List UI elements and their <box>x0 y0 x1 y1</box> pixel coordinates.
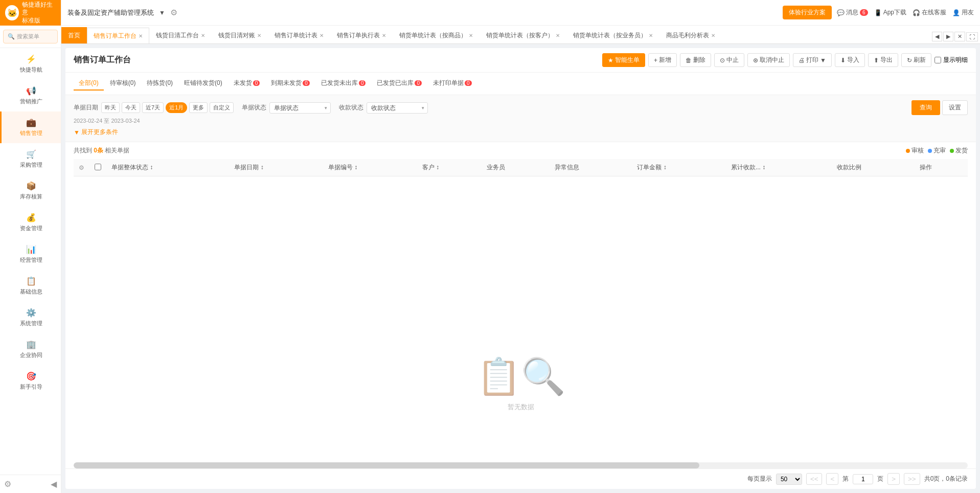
filter-tab-pending-review[interactable]: 待审核(0) <box>105 77 141 91</box>
refresh-button[interactable]: ↻ 刷新 <box>901 53 931 67</box>
filter-tab-all[interactable]: 全部(0) <box>74 77 104 91</box>
date-month-btn[interactable]: 近1月 <box>166 102 187 113</box>
page-number-input[interactable] <box>853 474 873 484</box>
last-page-button[interactable]: >> <box>904 473 920 485</box>
tab-close-sales-stats-product[interactable]: ✕ <box>469 33 473 38</box>
cancel-review-dot <box>928 149 932 153</box>
sidebar-item-system[interactable]: ⚙️ 系统管理 <box>0 302 61 333</box>
date-custom-btn[interactable]: 自定义 <box>210 102 234 113</box>
status-select[interactable]: 单据状态 <box>269 102 331 114</box>
stop-button[interactable]: ⊙ 中止 <box>714 53 744 67</box>
user-action[interactable]: 👤 用友 <box>952 8 974 17</box>
date-more-btn[interactable]: 更多 <box>189 102 208 113</box>
tab-sales-order-stats[interactable]: 销售订单统计表 ✕ <box>268 27 330 43</box>
tab-close-cash-reconcile[interactable]: ✕ <box>257 33 261 38</box>
tab-close-sales-order-workbench[interactable]: ✕ <box>139 33 143 39</box>
tab-sales-stats-customer[interactable]: 销货单统计表（按客户） ✕ <box>480 27 566 43</box>
smart-gen-button[interactable]: ★ 智能生单 <box>602 53 645 67</box>
add-button[interactable]: + 新增 <box>648 53 677 67</box>
filter-tab-wangpu[interactable]: 旺铺待发货(0) <box>179 77 227 91</box>
filter-tab-pending-pickup[interactable]: 待拣货(0) <box>142 77 178 91</box>
collapse-sidebar-icon[interactable]: ◀ <box>51 479 57 489</box>
set-button[interactable]: 设置 <box>942 100 968 115</box>
sidebar-item-finance[interactable]: 💰 资金管理 <box>0 207 61 238</box>
import-button[interactable]: ⬇ 导入 <box>835 53 865 67</box>
cancel-stop-button[interactable]: ⊛ 取消中止 <box>747 53 790 67</box>
sidebar-item-operations[interactable]: 📊 经营管理 <box>0 238 61 270</box>
sidebar-item-purchase[interactable]: 🛒 采购管理 <box>0 143 61 175</box>
scrollbar-thumb[interactable] <box>74 462 699 468</box>
date-yesterday-btn[interactable]: 昨天 <box>101 102 120 113</box>
tabs-next-button[interactable]: ▶ <box>943 32 953 41</box>
filter-tab-shipped-out[interactable]: 已发货已出库0 <box>372 77 427 91</box>
sidebar-item-guide[interactable]: 🎯 新手引导 <box>0 365 61 397</box>
sales-icon: 💼 <box>26 118 36 127</box>
online-service-action[interactable]: 🎧 在线客服 <box>913 8 946 17</box>
tab-home[interactable]: 首页 <box>61 27 87 43</box>
tab-profit-analysis[interactable]: 商品毛利分析表 ✕ <box>659 27 722 43</box>
status-field: 单据状态 单据状态 <box>242 102 331 114</box>
export-button[interactable]: ⬆ 导出 <box>868 53 898 67</box>
col-settings[interactable]: ⚙ <box>74 159 89 176</box>
filter-tab-overdue[interactable]: 到期未发货0 <box>266 77 315 91</box>
settings-gear-icon[interactable]: ⚙ <box>170 8 177 17</box>
delete-button[interactable]: 🗑 删除 <box>680 53 711 67</box>
filter-tab-not-shipped[interactable]: 未发货0 <box>229 77 265 91</box>
col-collected[interactable]: 累计收款... ↕ <box>726 159 832 176</box>
table-scroll-container[interactable]: ⚙ 单据整体状态 ↕ 单据日期 ↕ <box>74 159 968 309</box>
tab-close-cash-daily[interactable]: ✕ <box>201 33 205 38</box>
tab-close-sales-order-exec[interactable]: ✕ <box>382 33 386 38</box>
tab-sales-stats-product[interactable]: 销货单统计表（按商品） ✕ <box>393 27 480 43</box>
tab-close-sales-order-stats[interactable]: ✕ <box>320 33 324 38</box>
cancel-review-meta-action[interactable]: 充审 <box>928 146 946 155</box>
expand-more-button[interactable]: ▼ 展开更多条件 <box>74 128 968 137</box>
filter-tab-not-printed[interactable]: 未打印单据0 <box>428 77 477 91</box>
ship-meta-action[interactable]: 发货 <box>950 146 968 155</box>
industry-solution-button[interactable]: 体验行业方案 <box>783 6 832 19</box>
print-button[interactable]: 🖨 打印 ▼ <box>793 53 832 67</box>
query-button[interactable]: 查询 <box>911 100 940 115</box>
tabs-close-all-button[interactable]: ✕ <box>954 32 965 41</box>
next-page-button[interactable]: > <box>887 473 900 485</box>
show-detail-label[interactable]: 显示明细 <box>935 56 968 64</box>
sidebar-item-sales[interactable]: 💼 销售管理 <box>0 111 61 143</box>
message-action[interactable]: 💬 消息 6 <box>837 8 868 17</box>
refresh-icon: ↻ <box>907 57 912 64</box>
horizontal-scrollbar[interactable] <box>74 462 968 468</box>
system-dropdown[interactable]: ▼ <box>159 9 165 16</box>
app-download-action[interactable]: 📱 App下载 <box>874 8 906 17</box>
per-page-select[interactable]: 50 10 20 100 <box>776 474 802 485</box>
tab-sales-stats-staff[interactable]: 销货单统计表（按业务员） ✕ <box>566 27 659 43</box>
tab-sales-order-workbench[interactable]: 销售订单工作台 ✕ <box>87 28 149 44</box>
col-status[interactable]: 单据整体状态 ↕ <box>106 159 229 176</box>
sidebar-item-marketing[interactable]: 📢 营销推广 <box>0 80 61 111</box>
first-page-button[interactable]: << <box>806 473 823 485</box>
tabs-prev-button[interactable]: ◀ <box>932 32 942 41</box>
date-7days-btn[interactable]: 近7天 <box>142 102 164 113</box>
prev-page-button[interactable]: < <box>826 473 838 485</box>
tab-cash-reconcile[interactable]: 钱货日清对账 ✕ <box>212 27 268 43</box>
tab-cash-daily[interactable]: 钱货日清工作台 ✕ <box>149 27 212 43</box>
review-meta-action[interactable]: 审核 <box>906 146 924 155</box>
sidebar-item-enterprise[interactable]: 🏢 企业协同 <box>0 333 61 365</box>
search-menu-button[interactable]: 🔍 搜索菜单 <box>3 30 58 43</box>
tab-close-sales-stats-customer[interactable]: ✕ <box>556 33 560 38</box>
show-detail-checkbox[interactable] <box>935 57 941 63</box>
col-customer[interactable]: 客户 ↕ <box>417 159 482 176</box>
tab-close-sales-stats-staff[interactable]: ✕ <box>649 33 653 38</box>
tab-close-profit-analysis[interactable]: ✕ <box>711 33 715 38</box>
payment-select[interactable]: 收款状态 <box>367 102 428 114</box>
col-amount[interactable]: 订单金额 ↕ <box>632 159 726 176</box>
tabs-maximize-button[interactable]: ⛶ <box>966 32 978 41</box>
date-today-btn[interactable]: 今天 <box>122 102 140 113</box>
select-all-checkbox[interactable] <box>95 164 101 170</box>
col-number[interactable]: 单据编号 ↕ <box>323 159 417 176</box>
tab-sales-order-exec[interactable]: 销售订单执行表 ✕ <box>330 27 393 43</box>
settings-icon[interactable]: ⚙ <box>4 479 11 489</box>
filter-tab-shipped-not-out[interactable]: 已发货未出库0 <box>316 77 371 91</box>
sidebar-item-basic[interactable]: 📋 基础信息 <box>0 270 61 302</box>
sidebar-item-quick-nav[interactable]: ⚡ 快捷导航 <box>0 48 61 80</box>
col-salesperson[interactable]: 业务员 <box>482 159 550 176</box>
sidebar-item-inventory[interactable]: 📦 库存核算 <box>0 175 61 207</box>
col-date[interactable]: 单据日期 ↕ <box>229 159 323 176</box>
